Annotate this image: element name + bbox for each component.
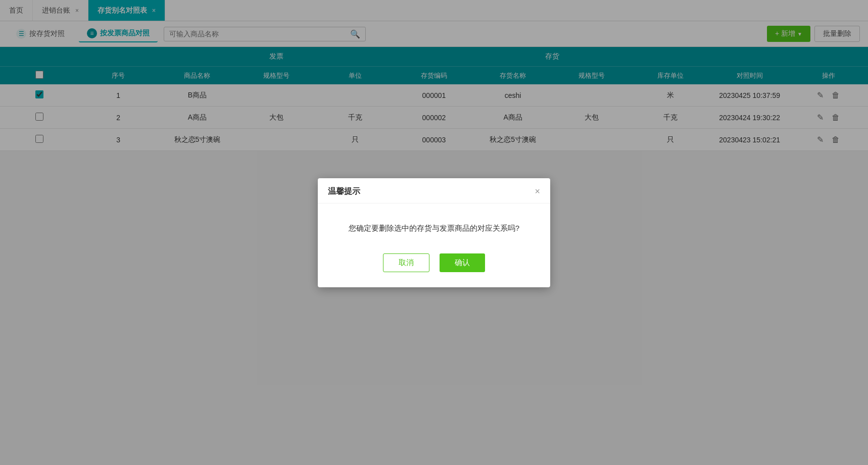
modal-overlay: 温馨提示 × 您确定要删除选中的存货与发票商品的对应关系吗? 取消 确认 xyxy=(0,0,868,151)
